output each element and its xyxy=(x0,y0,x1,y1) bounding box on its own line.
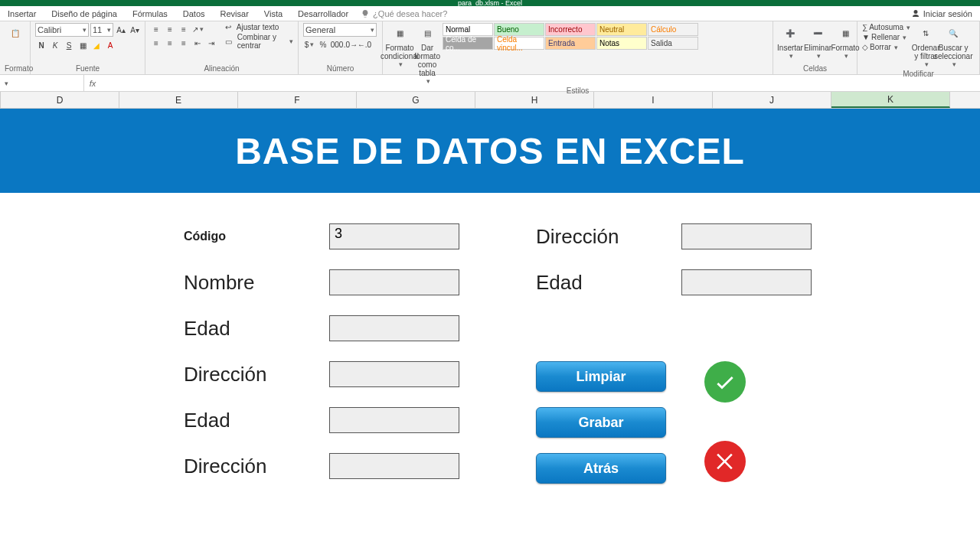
percent-button[interactable]: % xyxy=(317,38,329,51)
column-header-D[interactable]: D xyxy=(1,92,119,108)
input-dirección-3[interactable] xyxy=(329,361,459,387)
indent-increase-button[interactable]: ⇥ xyxy=(205,37,217,49)
cell-style-celda-vincul-[interactable]: Celda vincul... xyxy=(494,37,544,50)
column-header-E[interactable]: E xyxy=(119,92,238,108)
limpiar-button[interactable]: Limpiar xyxy=(536,361,666,392)
check-icon xyxy=(704,361,746,403)
cell-style-c-lculo[interactable]: Cálculo xyxy=(648,23,698,36)
group-editing: ∑ Autosuma ▼ Rellenar ◇ Borrar ⇅Ordenar … xyxy=(858,21,980,74)
label-edad: Edad xyxy=(184,409,329,432)
align-center-button[interactable]: ≡ xyxy=(164,37,176,49)
align-top-button[interactable]: ≡ xyxy=(150,23,162,35)
currency-button[interactable]: $ xyxy=(303,38,315,51)
column-header-L[interactable]: L xyxy=(950,92,980,108)
decrease-font-button[interactable]: A▾ xyxy=(129,24,141,36)
input-dirección-5[interactable] xyxy=(329,453,459,479)
data-entry-form: Código3NombreEdadDirecciónEdadDirección … xyxy=(184,223,934,499)
worksheet-area[interactable]: BASE DE DATOS EN EXCEL Código3NombreEdad… xyxy=(0,109,980,551)
column-header-I[interactable]: I xyxy=(594,92,713,108)
x-icon xyxy=(704,441,746,482)
fill-button[interactable]: ▼ Rellenar xyxy=(862,33,910,41)
indent-decrease-button[interactable]: ⇤ xyxy=(191,37,204,49)
cell-style-celda-de-co-[interactable]: Celda de co... xyxy=(443,37,493,50)
align-bottom-button[interactable]: ≡ xyxy=(178,23,190,35)
input-edad-2[interactable] xyxy=(329,315,459,341)
tab-formulas[interactable]: Fórmulas xyxy=(125,7,175,21)
orientation-button[interactable]: ↗ xyxy=(191,23,204,35)
input-right-dirección-0[interactable] xyxy=(681,223,812,249)
tab-insert[interactable]: Insertar xyxy=(0,7,44,21)
column-header-G[interactable]: G xyxy=(357,92,475,108)
underline-button[interactable]: S xyxy=(63,39,75,51)
cell-style-neutral[interactable]: Neutral xyxy=(596,23,647,36)
input-edad-4[interactable] xyxy=(329,407,459,433)
user-icon xyxy=(911,9,920,18)
tab-review[interactable]: Revisar xyxy=(213,7,256,21)
fill-color-button[interactable]: ◢ xyxy=(90,39,103,51)
input-right-edad-1[interactable] xyxy=(681,269,812,295)
label-nombre: Nombre xyxy=(184,271,329,295)
ribbon-tabs: Insertar Diseño de página Fórmulas Datos… xyxy=(0,6,980,21)
conditional-format-button[interactable]: ▦Formato condicional xyxy=(387,23,412,69)
group-font: Calibri 11 A▴ A▾ N K S ▦ ◢ A Fuente xyxy=(31,21,145,74)
cell-style-salida[interactable]: Salida xyxy=(648,37,698,50)
atrás-button[interactable]: Atrás xyxy=(536,453,666,484)
merge-center-button[interactable]: ▭ Combinar y centrar xyxy=(225,33,293,50)
delete-cells-button[interactable]: ➖Eliminar xyxy=(805,23,830,60)
font-name-combo[interactable]: Calibri xyxy=(35,23,89,37)
cell-style-incorrecto[interactable]: Incorrecto xyxy=(545,23,596,36)
input-código-0[interactable]: 3 xyxy=(329,223,459,249)
tab-developer[interactable]: Desarrollador xyxy=(290,7,356,21)
align-middle-button[interactable]: ≡ xyxy=(164,23,176,35)
group-styles: ▦Formato condicional ▤Dar formato como t… xyxy=(383,21,773,74)
cell-style-bueno[interactable]: Bueno xyxy=(494,23,544,36)
cell-style-notas[interactable]: Notas xyxy=(596,37,647,50)
find-select-button[interactable]: 🔍Buscar y seleccionar xyxy=(941,23,965,69)
cell-style-entrada[interactable]: Entrada xyxy=(545,37,596,50)
column-header-H[interactable]: H xyxy=(475,92,594,108)
input-nombre-1[interactable] xyxy=(329,269,459,295)
cell-styles-gallery[interactable]: NormalBuenoIncorrectoNeutralCálculoCelda… xyxy=(443,23,698,50)
tab-data[interactable]: Datos xyxy=(175,7,213,21)
clear-button[interactable]: ◇ Borrar xyxy=(862,43,910,51)
font-size-combo[interactable]: 11 xyxy=(90,23,113,37)
name-box[interactable] xyxy=(0,75,84,91)
column-headers: DEFGHIJKL xyxy=(0,92,980,109)
comma-button[interactable]: 000 xyxy=(331,38,343,51)
grabar-button[interactable]: Grabar xyxy=(536,407,666,438)
autosum-button[interactable]: ∑ Autosuma xyxy=(862,23,910,31)
font-color-button[interactable]: A xyxy=(104,39,116,51)
column-header-F[interactable]: F xyxy=(238,92,357,108)
number-format-combo[interactable]: General xyxy=(303,23,377,37)
column-header-J[interactable]: J xyxy=(713,92,831,108)
tab-page-layout[interactable]: Diseño de página xyxy=(44,7,125,21)
format-painter-button[interactable]: 📋 xyxy=(5,23,25,43)
format-as-table-button[interactable]: ▤Dar formato como tabla xyxy=(415,23,439,86)
account-login[interactable]: Iniciar sesión xyxy=(911,9,980,18)
group-cells: ➕Insertar ➖Eliminar ▦Formato Celdas xyxy=(773,21,858,74)
format-cells-button[interactable]: ▦Formato xyxy=(833,23,858,60)
label-right-edad: Edad xyxy=(536,271,681,295)
italic-button[interactable]: K xyxy=(49,39,61,51)
align-right-button[interactable]: ≡ xyxy=(178,37,190,49)
insert-cells-button[interactable]: ➕Insertar xyxy=(778,23,802,60)
label-código: Código xyxy=(184,230,329,243)
tell-me-search[interactable]: ¿Qué desea hacer? xyxy=(361,9,447,18)
bold-button[interactable]: N xyxy=(35,39,47,51)
border-button[interactable]: ▦ xyxy=(77,39,89,51)
banner-title: BASE DE DATOS EN EXCEL xyxy=(235,130,745,172)
increase-font-button[interactable]: A▴ xyxy=(115,24,127,36)
group-alignment: ≡ ≡ ≡ ↗ ≡ ≡ ≡ ⇤ ⇥ ↩ Ajustar texto ▭ Comb… xyxy=(145,21,299,74)
label-dirección: Dirección xyxy=(184,455,329,478)
decrease-decimal-button[interactable]: ←.0 xyxy=(358,38,371,51)
increase-decimal-button[interactable]: .0→ xyxy=(345,38,357,51)
align-left-button[interactable]: ≡ xyxy=(150,37,162,49)
cell-style-normal[interactable]: Normal xyxy=(443,23,493,36)
fx-icon[interactable]: fx xyxy=(84,79,101,88)
title-banner: BASE DE DATOS EN EXCEL xyxy=(0,109,980,193)
window-titlebar: para_db.xlsm - Excel xyxy=(0,0,980,6)
wrap-text-button[interactable]: ↩ Ajustar texto xyxy=(225,23,293,31)
column-header-K[interactable]: K xyxy=(831,92,950,108)
tab-view[interactable]: Vista xyxy=(256,7,290,21)
group-clipboard: 📋 Formato xyxy=(0,21,31,74)
